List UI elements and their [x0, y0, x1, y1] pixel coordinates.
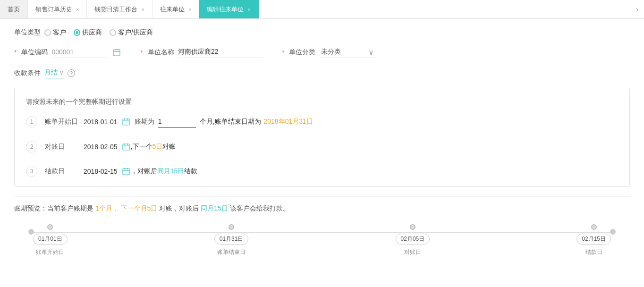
unit-name-label: 单位名称	[148, 48, 174, 57]
preview-part3: 对账，对账后	[159, 204, 199, 212]
tab-bar: 首页 销售订单历史 × 钱货日清工作台 × 往来单位 × 编辑往来单位 × ›	[0, 0, 644, 19]
tab-partner-unit-close[interactable]: ×	[188, 7, 191, 12]
step2-suffix: 对账	[162, 143, 176, 151]
tab-cash-work-close[interactable]: ×	[141, 7, 144, 12]
step-label-2: 对账日	[45, 143, 78, 151]
timeline-badge-3: 02月15日	[576, 234, 611, 245]
step-cal-icon-1[interactable]	[121, 117, 131, 127]
timeline-node-1: 01月31日 账单结束日	[214, 224, 249, 256]
timeline-node-3: 02月15日 结款日	[576, 224, 611, 256]
unit-type-label: 单位类型	[14, 28, 41, 37]
months-unit-text: 个月,账单结束日期为	[200, 118, 261, 126]
timeline-nodes: 01月01日 账单开始日 01月31日 账单结束日 02月05日 对账日 02月…	[33, 224, 611, 256]
timeline-badge-1: 01月31日	[214, 234, 249, 245]
preview-part1: 1个月，	[95, 204, 119, 212]
unit-category-star: *	[282, 49, 284, 56]
payment-help-icon[interactable]: ?	[68, 69, 75, 77]
tab-sales-history[interactable]: 销售订单历史 ×	[28, 0, 87, 18]
step-date-3: 2018-02-15	[84, 168, 118, 175]
radio-supplier-circle	[74, 29, 80, 36]
timeline-start-dot	[28, 229, 34, 235]
unit-name-input[interactable]	[178, 46, 263, 58]
radio-both-label: 客户/供应商	[118, 28, 153, 37]
unit-name-field: * 单位名称	[140, 46, 263, 58]
timeline-dot-0	[47, 224, 53, 230]
unit-type-row: 单位类型 客户 供应商 客户/供应商	[14, 28, 630, 37]
tab-partner-unit-label: 往来单位	[160, 5, 185, 14]
tab-edit-partner-close[interactable]: ×	[247, 7, 250, 12]
unit-info-row: * 单位编码 * 单位名称 * 单位分类 未分类 ∨	[14, 46, 630, 58]
preview-part2: 下一个月5日	[121, 204, 158, 212]
timeline-badge-0: 01月01日	[33, 234, 68, 245]
tab-sales-history-close[interactable]: ×	[76, 7, 79, 12]
tab-home[interactable]: 首页	[0, 0, 28, 18]
unit-category-value: 未分类	[321, 48, 366, 56]
step3-highlight: 同月15日	[157, 167, 185, 176]
timeline-end-dot	[610, 229, 616, 235]
unit-category-field: * 单位分类 未分类 ∨	[282, 47, 376, 58]
preview-section: 账期预览：当前客户账期是 1个月， 下一个月5日 对账，对账后 同月15日 该客…	[14, 196, 630, 256]
payment-label: 收款条件	[14, 69, 41, 77]
unit-category-arrow: ∨	[368, 48, 374, 57]
step-row-2: 2 对账日 2018-02-05 ,下一个 5日 对账	[26, 141, 618, 152]
tab-cash-work-label: 钱货日清工作台	[94, 5, 137, 14]
payment-select[interactable]: 月结 ∨	[44, 68, 64, 78]
svg-rect-0	[113, 50, 120, 56]
unit-type-field: 单位类型 客户 供应商 客户/供应商	[14, 28, 153, 37]
step-num-3: 3	[26, 166, 37, 177]
radio-customer-circle	[44, 29, 51, 36]
tab-cash-work[interactable]: 钱货日清工作台 ×	[87, 0, 152, 18]
radio-supplier-label: 供应商	[82, 28, 102, 37]
unit-type-radio-group: 客户 供应商 客户/供应商	[44, 28, 153, 37]
step-num-1: 1	[26, 116, 37, 127]
unit-category-select[interactable]: 未分类 ∨	[319, 47, 376, 58]
payment-field: 收款条件 月结 ∨ ?	[14, 68, 75, 78]
svg-rect-8	[123, 144, 129, 150]
timeline-dot-3	[591, 224, 597, 230]
svg-rect-12	[123, 169, 129, 175]
settings-box: 请按照未来的一个完整帐期进行设置 1 账单开始日 2018-01-01 账期为 …	[14, 88, 630, 187]
tab-edit-partner[interactable]: 编辑往来单位 ×	[199, 0, 258, 18]
timeline-label-3: 结款日	[585, 248, 602, 256]
payment-dropdown-arrow: ∨	[59, 69, 64, 76]
main-content: 单位类型 客户 供应商 客户/供应商	[0, 19, 644, 287]
step-cal-icon-3[interactable]	[121, 167, 131, 176]
months-input[interactable]	[158, 116, 196, 128]
billing-end-date: 2018年01月31日	[264, 118, 313, 126]
preview-part4: 同月15日	[201, 204, 228, 212]
radio-supplier[interactable]: 供应商	[74, 28, 102, 37]
step-cal-icon-2[interactable]	[121, 142, 131, 152]
unit-code-label: 单位编码	[21, 48, 48, 57]
payment-row: 收款条件 月结 ∨ ?	[14, 68, 630, 78]
radio-both-circle	[110, 29, 116, 36]
timeline-label-2: 对账日	[404, 248, 421, 256]
timeline-node-0: 01月01日 账单开始日	[33, 224, 68, 256]
unit-code-icon[interactable]	[112, 48, 121, 57]
timeline-label-0: 账单开始日	[36, 248, 64, 256]
radio-customer[interactable]: 客户	[44, 28, 66, 37]
preview-text: 账期预览：当前客户账期是 1个月， 下一个月5日 对账，对账后 同月15日 该客…	[14, 204, 630, 213]
preview-part5: 该客户会给我打款。	[230, 204, 289, 212]
step-label-1: 账单开始日	[45, 118, 78, 126]
unit-code-field: * 单位编码	[14, 46, 121, 58]
unit-code-input[interactable]	[51, 46, 108, 58]
tab-more-button[interactable]: ›	[630, 0, 644, 18]
step2-prefix: ,下一个	[131, 143, 153, 151]
unit-category-label: 单位分类	[289, 48, 315, 57]
radio-both[interactable]: 客户/供应商	[110, 28, 153, 37]
timeline-badge-2: 02月05日	[396, 234, 430, 245]
tab-edit-partner-label: 编辑往来单位	[207, 5, 244, 14]
timeline-dot-2	[410, 224, 415, 230]
radio-supplier-dot	[76, 31, 78, 34]
step-date-2: 2018-02-05	[84, 143, 118, 151]
step-hint-1: 账期为	[135, 118, 154, 126]
step3-suffix: 结款	[184, 167, 197, 176]
step-date-1: 2018-01-01	[84, 118, 118, 126]
step-row-3: 3 结款日 2018-02-15 ，对账后 同月15日 结款	[26, 166, 618, 177]
preview-label: 账期预览：当前客户账期是	[14, 204, 93, 212]
step-label-3: 结款日	[45, 167, 78, 176]
payment-value: 月结	[44, 68, 58, 77]
step-num-2: 2	[26, 141, 37, 152]
tab-partner-unit[interactable]: 往来单位 ×	[153, 0, 199, 18]
tab-sales-history-label: 销售订单历史	[35, 5, 72, 14]
